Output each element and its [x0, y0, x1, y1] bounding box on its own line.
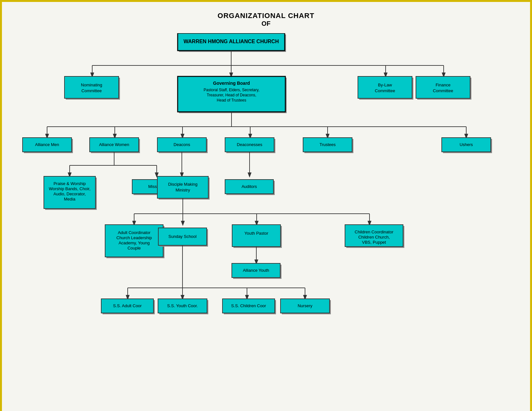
svg-text:Committee: Committee: [82, 88, 102, 93]
svg-text:Alliance Men: Alliance Men: [35, 142, 59, 147]
svg-text:Academy, Young: Academy, Young: [119, 240, 150, 245]
svg-text:By-Law: By-Law: [378, 83, 392, 87]
root-label: WARREN HMONG ALLIANCE CHURCH: [183, 39, 279, 44]
svg-text:S.S. Youth Coor.: S.S. Youth Coor.: [167, 303, 198, 308]
svg-text:Treasurer, Head of Deacons,: Treasurer, Head of Deacons,: [207, 93, 256, 97]
title-line2: OF: [15, 20, 517, 27]
svg-text:Nursery: Nursery: [298, 303, 312, 308]
svg-text:Alliance Youth: Alliance Youth: [243, 268, 269, 273]
svg-text:Worship Bands, Choir,: Worship Bands, Choir,: [49, 186, 90, 191]
svg-text:Couple: Couple: [127, 246, 141, 250]
svg-text:Media: Media: [64, 197, 75, 201]
org-chart-svg: .box-rect { fill: #00c8c8; stroke: #333;…: [15, 33, 521, 411]
svg-text:Adult Coordinator: Adult Coordinator: [118, 230, 151, 235]
svg-text:Ushers: Ushers: [459, 142, 473, 147]
svg-text:Youth Pastor: Youth Pastor: [244, 231, 269, 236]
svg-text:Governing Board: Governing Board: [213, 81, 250, 86]
svg-text:Praise & Worship: Praise & Worship: [54, 181, 86, 186]
svg-text:Sunday School: Sunday School: [168, 234, 197, 239]
svg-text:S.S. Adult Coor: S.S. Adult Coor: [113, 303, 142, 308]
svg-text:Head of Trustees: Head of Trustees: [217, 98, 246, 103]
svg-text:Children Church,: Children Church,: [358, 235, 390, 240]
svg-text:S.S. Children Coor: S.S. Children Coor: [231, 303, 266, 308]
svg-text:Committee: Committee: [433, 88, 453, 93]
svg-text:Ministry: Ministry: [176, 188, 190, 192]
title-line1: ORGANIZATIONAL CHART: [15, 12, 517, 20]
page: ORGANIZATIONAL CHART OF .box-rect { fill…: [2, 2, 530, 411]
svg-rect-69: [157, 176, 208, 198]
svg-text:Disciple Making: Disciple Making: [168, 182, 197, 187]
svg-text:Finance: Finance: [436, 83, 450, 87]
svg-text:Committee: Committee: [375, 88, 395, 93]
svg-text:Pastoral Staff, Elders, Secret: Pastoral Staff, Elders, Secretary,: [204, 88, 260, 92]
svg-text:Deaconesses: Deaconesses: [237, 142, 262, 147]
svg-text:Audio, Decorator,: Audio, Decorator,: [54, 191, 86, 196]
title-section: ORGANIZATIONAL CHART OF: [15, 12, 517, 27]
svg-text:Children Coordinator: Children Coordinator: [355, 230, 394, 234]
svg-text:Auditors: Auditors: [241, 184, 257, 189]
svg-text:Trustees: Trustees: [320, 142, 336, 147]
svg-text:Church Leadership: Church Leadership: [116, 235, 152, 240]
svg-text:VBS, Puppet: VBS, Puppet: [362, 240, 386, 245]
svg-text:Deacons: Deacons: [173, 142, 190, 147]
svg-text:Alliance Women: Alliance Women: [99, 142, 129, 147]
svg-text:Nominating: Nominating: [81, 83, 102, 87]
